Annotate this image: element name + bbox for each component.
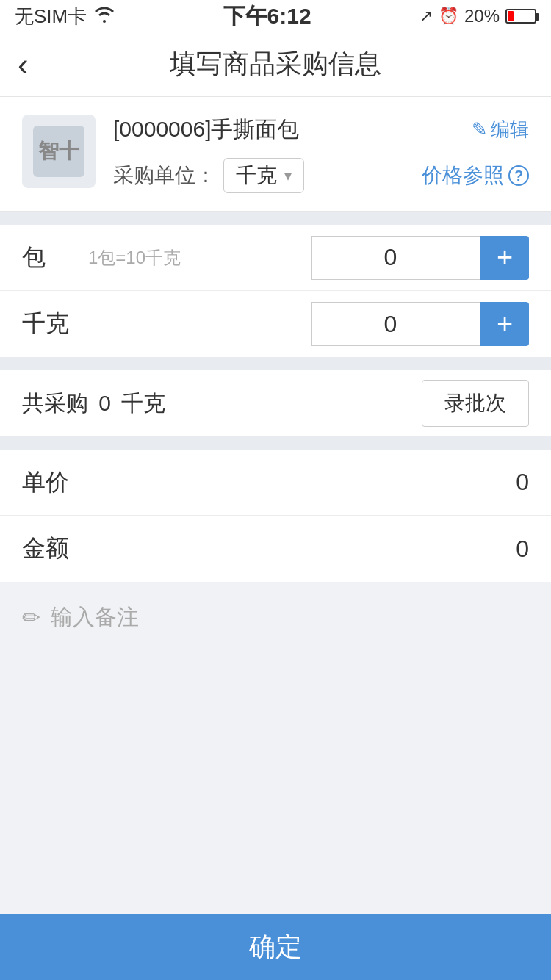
unit-value: 千克: [236, 162, 277, 190]
confirm-button[interactable]: 确定: [249, 929, 302, 965]
edit-button[interactable]: ✎ 编辑: [472, 117, 529, 143]
pack-sublabel: 1包=10千克: [88, 246, 311, 270]
product-logo: 智十: [33, 126, 84, 177]
page-title: 填写商品采购信息: [170, 46, 381, 82]
info-icon: ?: [508, 165, 529, 186]
input-section: 包 1包=10千克 + 千克 +: [0, 225, 551, 357]
pack-label: 包: [22, 242, 81, 274]
divider-3: [0, 436, 551, 450]
price-info-section: 单价 0 金额 0: [0, 450, 551, 582]
product-info: [0000006]手撕面包 ✎ 编辑 采购单位： 千克 ▾ 价格参照 ?: [113, 115, 529, 193]
nav-bar: ‹ 填写商品采购信息: [0, 32, 551, 97]
price-ref-button[interactable]: 价格参照 ?: [422, 162, 529, 190]
kg-qty-input[interactable]: [311, 302, 480, 346]
alarm-icon: ⏰: [439, 7, 458, 26]
pack-qty-input[interactable]: [311, 236, 480, 280]
divider-2: [0, 357, 551, 370]
unit-selector[interactable]: 千克 ▾: [223, 158, 304, 193]
confirm-bar[interactable]: 确定: [0, 914, 551, 980]
kg-label: 千克: [22, 308, 81, 340]
kg-input-control: +: [311, 302, 529, 346]
battery-icon: [505, 9, 536, 24]
pencil-icon: ✏: [22, 605, 40, 630]
pack-input-control: +: [311, 236, 529, 280]
unit-price-label: 单价: [22, 466, 69, 499]
location-icon: ↗: [419, 7, 433, 26]
unit-price-row: 单价 0: [0, 450, 551, 516]
record-batch-button[interactable]: 录批次: [422, 380, 529, 427]
wifi-icon: [94, 5, 115, 28]
product-name-row: [0000006]手撕面包 ✎ 编辑: [113, 115, 529, 145]
kg-plus-button[interactable]: +: [480, 302, 529, 346]
divider-1: [0, 212, 551, 225]
amount-label: 金额: [22, 533, 69, 565]
kg-row: 千克 +: [0, 291, 551, 357]
note-section[interactable]: ✏ 输入备注: [0, 582, 551, 653]
product-name: [0000006]手撕面包: [113, 115, 299, 145]
product-unit-row: 采购单位： 千克 ▾ 价格参照 ?: [113, 158, 529, 193]
carrier-text: 无SIM卡: [15, 4, 87, 29]
product-thumbnail: 智十: [22, 115, 96, 188]
status-bar: 无SIM卡 下午6:12 ↗ ⏰ 20%: [0, 0, 551, 32]
status-left: 无SIM卡: [15, 4, 115, 29]
status-time: 下午6:12: [223, 1, 311, 32]
back-button[interactable]: ‹: [18, 46, 29, 83]
content-area: [0, 653, 551, 903]
product-card: 智十 [0000006]手撕面包 ✎ 编辑 采购单位： 千克 ▾ 价格参照 ?: [0, 97, 551, 212]
pack-row: 包 1包=10千克 +: [0, 225, 551, 291]
note-placeholder: 输入备注: [51, 602, 139, 633]
pack-plus-button[interactable]: +: [480, 236, 529, 280]
summary-row: 共采购 0 千克 录批次: [0, 370, 551, 436]
unit-label: 采购单位：: [113, 162, 216, 190]
dropdown-arrow-icon: ▾: [284, 167, 292, 184]
battery-pct: 20%: [464, 6, 500, 26]
amount-row: 金额 0: [0, 516, 551, 582]
amount-value: 0: [516, 536, 529, 563]
summary-text: 共采购 0 千克: [22, 389, 165, 419]
unit-price-value: 0: [516, 469, 529, 496]
status-right: ↗ ⏰ 20%: [419, 6, 536, 26]
edit-icon: ✎: [472, 118, 488, 141]
